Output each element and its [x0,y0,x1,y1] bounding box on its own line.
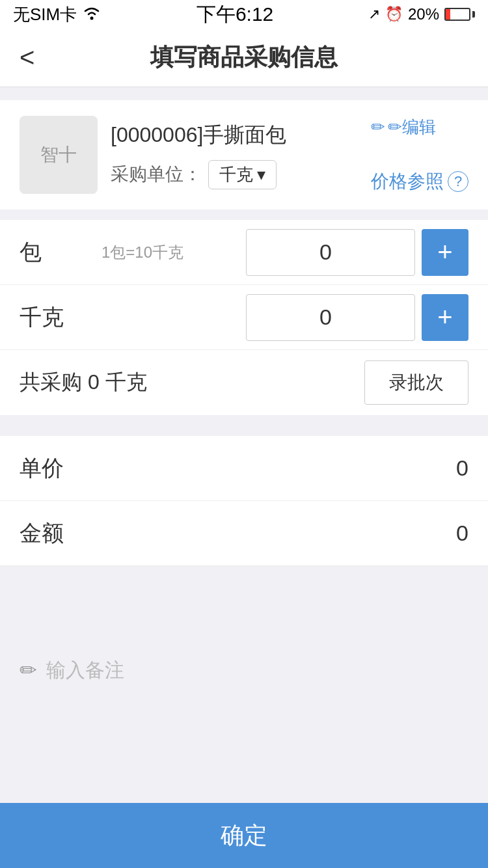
product-img-placeholder: 智十 [40,142,77,167]
amount-row: 金额 0 [0,501,488,566]
unit-price-value: 0 [456,455,468,481]
product-image: 智十 [20,116,98,194]
product-unit-row: 采购单位： 千克 ▾ [111,160,358,189]
bao-sublabel: 1包=10千克 [102,242,183,263]
alarm-icon: ⏰ [385,6,403,23]
remark-section[interactable]: ✏ 输入备注 [0,566,488,774]
total-row: 共采购 0 千克 录批次 [0,350,488,415]
unit-select-dropdown[interactable]: 千克 ▾ [208,160,277,189]
nav-bar: < 填写商品采购信息 [0,29,488,87]
kg-input-row: 千克 + [0,285,488,350]
kg-input[interactable] [246,294,415,341]
remark-placeholder: 输入备注 [46,657,124,684]
divider-1 [0,210,488,220]
product-info: [0000006]手撕面包 采购单位： 千克 ▾ [111,121,358,189]
total-label: 共采购 0 千克 [20,368,364,397]
page-title: 填写商品采购信息 [150,42,338,74]
confirm-button[interactable]: 确定 [0,803,488,868]
status-time: 下午6:12 [197,1,273,28]
status-left: 无SIM卡 [13,3,102,26]
edit-label: ✏编辑 [388,116,436,139]
bao-input[interactable] [246,229,415,276]
product-right: ✏ ✏编辑 价格参照 ? [371,116,468,194]
dropdown-chevron: ▾ [257,165,265,185]
battery-icon [444,8,475,21]
bao-plus-button[interactable]: + [422,229,468,276]
price-ref-button[interactable]: 价格参照 ? [371,169,468,194]
battery-percent: 20% [408,5,439,23]
divider-2 [0,415,488,426]
unit-text-label: 采购单位： [111,162,202,187]
bao-label: 包 [20,237,98,267]
unit-value: 千克 [219,163,253,186]
info-section: 单价 0 金额 0 [0,436,488,566]
edit-button[interactable]: ✏ ✏编辑 [371,116,436,139]
amount-value: 0 [456,521,468,546]
edit-icon: ✏ [371,117,385,137]
unit-price-row: 单价 0 [0,436,488,501]
wifi-icon [82,5,102,25]
price-ref-icon: ? [448,171,468,192]
input-section: 包 1包=10千克 + 千克 + [0,220,488,350]
product-card: 智十 [0000006]手撕面包 采购单位： 千克 ▾ ✏ ✏编辑 价格参照 ? [0,100,488,210]
remark-icon: ✏ [20,658,37,683]
location-icon: ↗ [368,6,380,23]
status-right: ↗ ⏰ 20% [368,5,475,23]
svg-point-0 [90,16,94,20]
amount-label: 金额 [20,519,456,549]
product-name: [0000006]手撕面包 [111,121,358,150]
carrier-label: 无SIM卡 [13,3,77,26]
kg-plus-button[interactable]: + [422,294,468,341]
kg-label: 千克 [20,303,98,332]
bao-input-row: 包 1包=10千克 + [0,220,488,285]
unit-price-label: 单价 [20,454,456,483]
status-bar: 无SIM卡 下午6:12 ↗ ⏰ 20% [0,0,488,29]
price-ref-label: 价格参照 [371,169,444,194]
confirm-label: 确定 [221,820,267,852]
batch-button[interactable]: 录批次 [364,360,468,405]
back-button[interactable]: < [20,43,34,72]
